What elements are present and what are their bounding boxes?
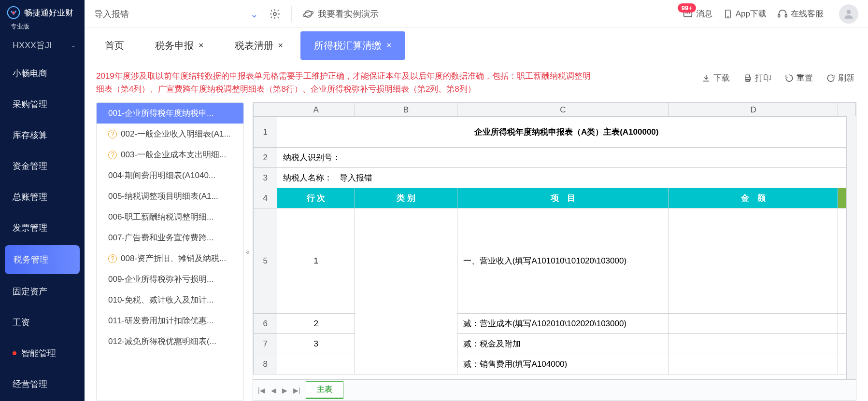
sheet-nav-next[interactable]: ▶ (282, 387, 287, 394)
table-header[interactable]: 行 次 (277, 188, 355, 208)
row-header[interactable]: 7 (254, 334, 277, 354)
row-header[interactable]: 4 (254, 188, 277, 208)
table-header[interactable]: 类 别 (355, 188, 457, 208)
cell[interactable] (277, 354, 355, 374)
cell[interactable]: 减：营业成本(填写A102010\102020\103000) (457, 314, 669, 334)
tree-item[interactable]: 005-纳税调整项目明细表(A1... (97, 186, 243, 207)
messages-button[interactable]: 99+ 消息 (683, 8, 712, 19)
cell[interactable]: 1 (277, 208, 355, 314)
tree-item[interactable]: 001-企业所得税年度纳税申... (97, 103, 243, 124)
tab-tax-declare[interactable]: 税务申报× (142, 31, 217, 60)
svg-point-2 (273, 13, 276, 15)
gear-icon[interactable] (269, 8, 281, 20)
scrollbar[interactable] (846, 116, 856, 379)
table-header[interactable]: 项 目 (457, 188, 669, 208)
sheet-nav-last[interactable]: ▶| (293, 387, 300, 394)
cell-label: 纳税人名称： (283, 173, 332, 182)
nav-item-eshop[interactable]: 小畅电商 (0, 58, 85, 89)
nav-item-salary[interactable]: 工资 (0, 307, 85, 338)
sheet-title[interactable]: 企业所得税年度纳税申报表（A类）主表(A100000) (277, 117, 856, 148)
tree-item[interactable]: 004-期间费用明细表(A1040... (97, 165, 243, 186)
table-header[interactable]: 金 额 (669, 188, 838, 208)
tree-item[interactable]: 012-减免所得税优惠明细表(... (97, 331, 243, 352)
collapse-handle[interactable]: « (244, 102, 252, 401)
cell[interactable]: 减：销售费用(填写A104000) (457, 354, 669, 374)
row-header[interactable]: 3 (254, 168, 277, 188)
nav-item-ledger[interactable]: 总账管理 (0, 181, 85, 212)
tab-home[interactable]: 首页 (91, 31, 138, 60)
tree-item[interactable]: 007-广告费和业务宣传费跨... (97, 227, 243, 248)
refresh-button[interactable]: 刷新 (825, 69, 856, 86)
tree-item[interactable]: ?003-一般企业成本支出明细... (97, 144, 243, 165)
nav-item-label: 智能管理 (21, 347, 56, 359)
tool-label: 重置 (797, 72, 813, 83)
sheet-nav-first[interactable]: |◀ (258, 387, 265, 394)
support-label: 在线客服 (791, 8, 824, 19)
print-button[interactable]: 打印 (741, 69, 773, 86)
tree-item[interactable]: 009-企业所得税弥补亏损明... (97, 269, 243, 290)
sheet-grid[interactable]: A B C D 1 企业所得税年度纳税申报表（A类）主表(A100000) 2 … (253, 103, 856, 379)
nav-item-invoice[interactable]: 发票管理 (0, 212, 85, 243)
tabs: 首页 税务申报× 税表清册× 所得税汇算清缴× (85, 28, 868, 63)
row-header[interactable]: 6 (254, 314, 277, 334)
col-header[interactable]: A (277, 103, 355, 117)
cell[interactable]: 2 (277, 314, 355, 334)
reset-button[interactable]: 重置 (783, 69, 815, 86)
nav-item-purchase[interactable]: 采购管理 (0, 89, 85, 120)
question-icon: ? (108, 254, 117, 263)
nav-item-smart[interactable]: 智能管理 (0, 338, 85, 369)
nav-item-cut[interactable]: HXXX旨JI⌄ (0, 36, 85, 58)
nav-item-inventory[interactable]: 库存核算 (0, 120, 85, 151)
sheet-tab[interactable]: 主表 (306, 381, 343, 399)
chevron-down-icon[interactable]: ⌄ (250, 8, 258, 20)
sheet-corner[interactable] (254, 103, 277, 117)
nav-item-fixed-assets[interactable]: 固定资产 (0, 276, 85, 307)
tree-item[interactable]: ?002-一般企业收入明细表(A1... (97, 124, 243, 144)
tab-label: 税表清册 (235, 39, 273, 52)
cell[interactable]: 3 (277, 334, 355, 354)
download-button[interactable]: 下载 (700, 69, 732, 86)
demo-link[interactable]: 我要看实例演示 (302, 8, 379, 20)
tab-tax-list[interactable]: 税表清册× (221, 31, 297, 60)
cell[interactable] (355, 208, 457, 374)
cell[interactable] (669, 314, 838, 334)
cell[interactable] (669, 354, 838, 374)
row-header[interactable]: 8 (254, 354, 277, 374)
cell[interactable]: 纳税人识别号： (277, 148, 856, 168)
support-button[interactable]: 在线客服 (777, 8, 824, 19)
col-header[interactable] (838, 103, 855, 117)
tree-item[interactable]: ?008-资产折旧、摊销及纳税... (97, 248, 243, 269)
app-download-button[interactable]: App下载 (723, 8, 767, 19)
cell-label: 纳税人识别号： (283, 153, 341, 162)
row-header[interactable]: 2 (254, 148, 277, 168)
tree-item[interactable]: 010-免税、减计收入及加计... (97, 290, 243, 310)
chevron-down-icon: ⌄ (71, 42, 76, 49)
cell[interactable]: 一、营业收入(填写A101010\101020\103000) (457, 208, 669, 314)
cell[interactable]: 减：税金及附加 (457, 334, 669, 354)
nav-item-funds[interactable]: 资金管理 (0, 151, 85, 181)
nav-item-tax[interactable]: 税务管理 (5, 245, 80, 274)
close-icon[interactable]: × (386, 41, 392, 51)
close-icon[interactable]: × (278, 41, 284, 51)
svg-rect-8 (778, 14, 780, 16)
row-header[interactable]: 5 (254, 208, 277, 314)
cell[interactable] (669, 334, 838, 354)
close-icon[interactable]: × (199, 41, 204, 51)
row-header[interactable]: 1 (254, 117, 277, 148)
col-header[interactable]: C (457, 103, 669, 117)
user-icon (842, 8, 855, 20)
search-box[interactable]: 导入报错 ⌄ (94, 8, 258, 20)
sheet-nav-prev[interactable]: ◀ (271, 387, 276, 394)
svg-point-1 (12, 11, 14, 14)
reset-icon (785, 74, 794, 83)
tree-item[interactable]: 006-职工薪酬纳税调整明细... (97, 207, 243, 227)
tab-income-tax[interactable]: 所得税汇算清缴× (300, 31, 405, 60)
nav-item-business[interactable]: 经营管理 (0, 369, 85, 400)
topbar: 导入报错 ⌄ 我要看实例演示 99+ 消息 App下载 在线客服 (85, 0, 868, 28)
tree-item[interactable]: 011-研发费用加计扣除优惠... (97, 310, 243, 331)
cell[interactable] (669, 208, 838, 314)
col-header[interactable]: D (669, 103, 838, 117)
avatar[interactable] (839, 4, 858, 24)
cell[interactable]: 纳税人名称： 导入报错 (277, 168, 856, 188)
col-header[interactable]: B (355, 103, 457, 117)
